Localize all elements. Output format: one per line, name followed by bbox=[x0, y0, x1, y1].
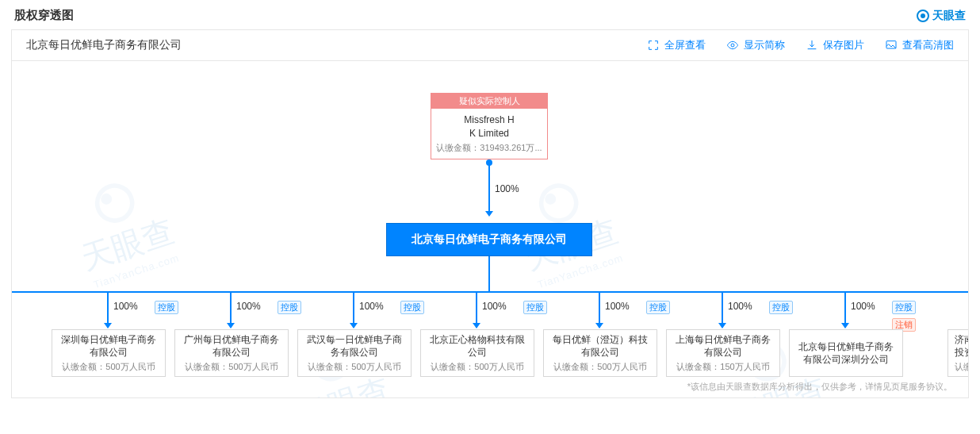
child-box: 北京每日优鲜电子商务有限公司深圳分公司 bbox=[789, 329, 903, 377]
header: 股权穿透图 天眼查 bbox=[0, 0, 980, 29]
child-amount: 认缴金额：500万人民币 bbox=[426, 361, 529, 373]
page-title: 股权穿透图 bbox=[14, 8, 74, 23]
child-name: 广州每日优鲜电子商务有限公司 bbox=[180, 333, 283, 359]
child-name: 济南经发优投资基金1 bbox=[955, 333, 969, 359]
main-node-label: 北京每日优鲜电子商务有限公司 bbox=[412, 232, 567, 247]
svg-point-5 bbox=[543, 192, 557, 205]
abbrev-button[interactable]: 显示简称 bbox=[726, 38, 785, 52]
child-amount: 认缴金额：500万人民币 bbox=[549, 361, 652, 373]
holding-tag: 控股 bbox=[400, 301, 424, 314]
controller-tag: 疑似实际控制人 bbox=[431, 94, 547, 109]
child-pct: 100% bbox=[728, 301, 752, 312]
save-label: 保存图片 bbox=[823, 38, 864, 52]
svg-point-3 bbox=[99, 192, 113, 205]
child-box: 深圳每日优鲜电子商务有限公司认缴金额：500万人民币 bbox=[52, 329, 166, 377]
save-button[interactable]: 保存图片 bbox=[806, 38, 864, 52]
child-box: 武汉每一日优鲜电子商务有限公司认缴金额：500万人民币 bbox=[297, 329, 412, 377]
parent-node[interactable]: 疑似实际控制人 Missfresh HK Limited 认缴金额：319493… bbox=[431, 93, 548, 159]
abbrev-label: 显示简称 bbox=[744, 38, 785, 52]
holding-tag: 控股 bbox=[769, 301, 793, 314]
brand-logo: 天眼查 bbox=[917, 9, 966, 23]
toolbar: 北京每日优鲜电子商务有限公司 全屏查看 显示简称 保存图片 查看高清图 bbox=[11, 29, 969, 61]
hd-label: 查看高清图 bbox=[902, 38, 954, 52]
child-amount: 认缴金额：150万人民币 bbox=[672, 361, 775, 373]
parent-name: Missfresh HK Limited bbox=[431, 109, 547, 142]
child-box: 每日优鲜（澄迈）科技有限公司认缴金额：500万人民币 bbox=[543, 329, 657, 377]
horizontal-connector bbox=[11, 291, 969, 293]
fullscreen-button[interactable]: 全屏查看 bbox=[647, 38, 706, 52]
parent-amount: 认缴金额：319493.261万... bbox=[431, 142, 547, 159]
expand-icon bbox=[647, 39, 660, 52]
download-icon bbox=[806, 39, 818, 52]
child-name: 北京正心格物科技有限公司 bbox=[426, 333, 529, 359]
child-name: 深圳每日优鲜电子商务有限公司 bbox=[57, 333, 160, 359]
child-pct: 100% bbox=[359, 301, 384, 312]
holding-tag: 控股 bbox=[523, 301, 547, 314]
child-pct: 100% bbox=[605, 301, 630, 312]
child-name: 北京每日优鲜电子商务有限公司深圳分公司 bbox=[794, 340, 898, 366]
diagram-container: 股权穿透图 天眼查 北京每日优鲜电子商务有限公司 全屏查看 显示简称 保存图片 … bbox=[0, 0, 980, 398]
child-box: 广州每日优鲜电子商务有限公司认缴金额：500万人民币 bbox=[174, 329, 289, 377]
eye-icon bbox=[726, 39, 739, 52]
holding-tag: 控股 bbox=[278, 301, 301, 314]
trunk-line bbox=[488, 256, 490, 291]
subject-company: 北京每日优鲜电子商务有限公司 bbox=[26, 38, 182, 52]
svg-point-0 bbox=[731, 44, 734, 47]
parent-pct: 100% bbox=[495, 183, 519, 194]
child-pct: 100% bbox=[482, 301, 507, 312]
parent-edge: 100% bbox=[488, 159, 490, 220]
child-name: 上海每日优鲜电子商务有限公司 bbox=[672, 333, 775, 359]
image-icon bbox=[885, 39, 898, 52]
child-pct: 100% bbox=[113, 301, 138, 312]
child-amount: 认缴金额 bbox=[955, 361, 969, 373]
watermark: 天眼查TianYanCha.com bbox=[63, 168, 184, 292]
equity-canvas[interactable]: TianYanCha.com 天眼查TianYanCha.com 天眼查Tian… bbox=[11, 61, 969, 398]
hd-button[interactable]: 查看高清图 bbox=[885, 38, 954, 52]
brand-icon bbox=[917, 10, 929, 22]
svg-point-2 bbox=[92, 181, 136, 225]
svg-point-4 bbox=[536, 181, 580, 225]
fullscreen-label: 全屏查看 bbox=[664, 38, 706, 52]
holding-tag: 控股 bbox=[892, 301, 916, 314]
holding-tag: 控股 bbox=[155, 301, 178, 314]
child-amount: 认缴金额：500万人民币 bbox=[180, 361, 283, 373]
toolbar-actions: 全屏查看 显示简称 保存图片 查看高清图 bbox=[647, 38, 954, 52]
child-amount: 认缴金额：500万人民币 bbox=[57, 361, 160, 373]
brand-text: 天眼查 bbox=[932, 9, 966, 23]
child-box: 上海每日优鲜电子商务有限公司认缴金额：150万人民币 bbox=[666, 329, 780, 377]
child-pct: 100% bbox=[851, 301, 875, 312]
main-node[interactable]: 北京每日优鲜电子商务有限公司 bbox=[386, 223, 592, 256]
child-box: 北京正心格物科技有限公司认缴金额：500万人民币 bbox=[420, 329, 534, 377]
child-pct: 100% bbox=[236, 301, 261, 312]
child-amount: 认缴金额：500万人民币 bbox=[303, 361, 406, 373]
disclaimer: *该信息由天眼查数据库分析得出，仅供参考，详情见页尾服务协议。 bbox=[687, 381, 952, 393]
child-name: 每日优鲜（澄迈）科技有限公司 bbox=[549, 333, 652, 359]
holding-tag: 控股 bbox=[646, 301, 670, 314]
child-name: 武汉每一日优鲜电子商务有限公司 bbox=[303, 333, 406, 359]
child-box: 济南经发优投资基金1认缴金额 bbox=[947, 329, 969, 377]
